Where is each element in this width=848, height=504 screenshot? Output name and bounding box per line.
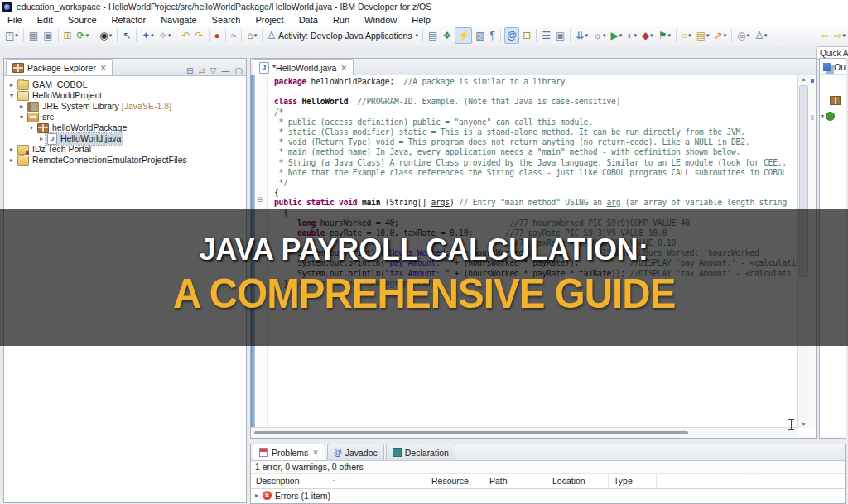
debug-tool-icon[interactable]: ☼▾	[591, 28, 608, 43]
tree-item-gam-cobol[interactable]: ▸GAM_COBOL	[4, 79, 246, 90]
minimize-icon[interactable]: —	[222, 66, 230, 75]
horizontal-scrollbar[interactable]	[251, 427, 797, 438]
menu-data[interactable]: Data	[292, 15, 325, 25]
menu-project[interactable]: Project	[248, 15, 291, 25]
chevron-right-icon[interactable]: ▸	[7, 155, 16, 166]
code-line[interactable]: * static (Class modifier) static = This …	[274, 127, 797, 137]
properties-icon[interactable]: ▣	[554, 28, 566, 43]
close-icon[interactable]: ✕	[100, 64, 107, 72]
tree-item-helloworld-java[interactable]: ▸JHelloWorld.java	[4, 133, 246, 144]
chevron-down-icon[interactable]: ▾	[151, 32, 154, 39]
transfer-icon[interactable]: ≈	[229, 28, 238, 43]
column-header-path[interactable]: Path	[484, 474, 547, 488]
tab-problems[interactable]: Problems✕	[253, 444, 325, 460]
code-line[interactable]: * main (method name) In Java, every appl…	[274, 147, 797, 157]
chevron-down-icon[interactable]: ▾	[764, 32, 768, 39]
chevron-down-icon[interactable]: ▾	[747, 32, 750, 39]
tree-item-idz-tech-portal[interactable]: ▸IDz Tech Portal	[4, 144, 246, 155]
code-line[interactable]: * Note that the Example class references…	[274, 168, 797, 178]
annotations-icon[interactable]: ◎▾	[735, 28, 751, 43]
tab-declaration[interactable]: Declaration	[386, 444, 455, 460]
activity-selector[interactable]: ♙Activity: Develop Java Applications▾	[267, 30, 418, 41]
back-icon[interactable]: ⇦	[818, 28, 830, 43]
chevron-down-icon[interactable]: ▾	[688, 32, 691, 39]
sort-down-icon[interactable]: ⇊▾	[574, 28, 590, 43]
menu-edit[interactable]: Edit	[30, 15, 60, 25]
highlight-icon[interactable]: ⚡	[455, 27, 472, 44]
menu-run[interactable]: Run	[325, 15, 357, 25]
chevron-down-icon[interactable]: ▾	[17, 112, 26, 122]
column-header-resource[interactable]: Resource	[426, 474, 484, 488]
code-line[interactable]	[274, 87, 797, 97]
code-line[interactable]: System.out.println("tax Amount: " + (hou…	[274, 269, 797, 279]
tab-helloworld-java[interactable]: J *HelloWorld.java ✕	[253, 59, 354, 75]
column-header-type[interactable]: Type	[609, 474, 657, 488]
snippets-icon[interactable]: ▤▾	[695, 28, 711, 43]
code-line[interactable]: package helloWorldPackage; //A package i…	[274, 77, 797, 87]
checklist-icon[interactable]: ☰	[540, 28, 552, 43]
fold-collapse-icon[interactable]: ⊖	[257, 195, 263, 204]
run-attach-icon[interactable]: ✧▾	[157, 28, 173, 43]
chevron-down-icon[interactable]: ▾	[585, 32, 588, 39]
outline-package-row[interactable]	[830, 94, 846, 108]
chevron-down-icon[interactable]: ▾	[619, 32, 623, 39]
task-list-icon[interactable]: ⊟	[521, 28, 532, 43]
scrollbar-thumb[interactable]	[254, 431, 688, 434]
column-header-location[interactable]: Location	[547, 474, 609, 488]
coverage-icon[interactable]: ◐▾	[625, 28, 638, 43]
tree-item-remoteconnectionemulatorprojectfiles[interactable]: ▸RemoteConnectionEmulatorProjectFiles	[4, 155, 246, 166]
new-wizard-icon[interactable]: ◳▾	[3, 28, 20, 43]
link-editor-icon[interactable]: ⇄	[198, 66, 205, 75]
annotation-marker[interactable]	[811, 115, 814, 120]
tree-item-src[interactable]: ▾src	[4, 112, 246, 122]
code-line[interactable]: * String (a Java Class) A runtime Class …	[274, 158, 797, 168]
tab-package-explorer[interactable]: Package Explorer ✕	[6, 59, 113, 75]
tree-item-helloworldpackage[interactable]: ▾helloWorldPackage	[4, 122, 246, 133]
debug-attach-icon[interactable]: ✦▾	[140, 28, 156, 43]
chevron-down-icon[interactable]: ▾	[27, 122, 36, 133]
remote-systems-icon[interactable]: @	[504, 27, 519, 44]
new-project-icon[interactable]: ⊞	[62, 28, 74, 43]
redo-icon[interactable]: ↷	[193, 28, 205, 43]
chevron-down-icon[interactable]: ▾	[603, 32, 606, 39]
chevron-down-icon[interactable]: ▾	[168, 32, 171, 39]
undo-icon[interactable]: ↶	[180, 28, 191, 43]
close-icon[interactable]: ✕	[340, 64, 347, 72]
run-icon[interactable]: ▶▾	[609, 28, 624, 43]
code-line[interactable]: double payRate = 10.0, taxRate = 0.10; /…	[274, 228, 797, 238]
perspective-icon[interactable]: ❖	[441, 28, 453, 43]
code-line[interactable]: System.out.println("pay Amount: " + (hou…	[274, 258, 797, 268]
code-line[interactable]: } //End of method (Paragraph Exit)	[274, 279, 797, 289]
scroll-down-icon[interactable]: ▼	[798, 421, 809, 427]
external-tools-icon[interactable]: ⚑▾	[657, 28, 672, 43]
menu-window[interactable]: Window	[357, 15, 404, 25]
code-line[interactable]: class HelloWorld //PROGRAM-ID. Example. …	[274, 97, 797, 107]
table-view-icon[interactable]: ▤	[426, 28, 439, 43]
menu-navigate[interactable]: Navigate	[153, 15, 204, 25]
profile-icon[interactable]: ◉▾	[98, 28, 113, 43]
code-line[interactable]: long hoursWorked = 40; //77 hoursWorked …	[274, 218, 797, 228]
chevron-right-icon[interactable]: ▸	[17, 101, 26, 112]
form-editor-icon[interactable]: ▧	[474, 28, 486, 43]
code-line[interactable]: //77 taxRate PIC S9(1)V99 VALUE 0.10	[274, 238, 797, 248]
chevron-right-icon[interactable]: ▸	[37, 133, 46, 144]
code-line[interactable]: System.out.println("Hours Worked: " + ho…	[274, 248, 797, 258]
chevron-right-icon[interactable]: ▸	[7, 79, 16, 90]
chevron-down-icon[interactable]: ▾	[634, 32, 637, 39]
close-icon[interactable]: ✕	[312, 449, 319, 457]
code-line[interactable]: /*	[274, 108, 797, 118]
problems-row-errors[interactable]: ▸✕Errors (1 item)	[251, 489, 845, 502]
chevron-down-icon[interactable]: ▾	[254, 32, 258, 39]
menu-refactor[interactable]: Refactor	[104, 15, 154, 25]
chevron-right-icon[interactable]: ▸	[251, 492, 263, 499]
save-icon[interactable]: ▦	[27, 28, 40, 43]
collapse-all-icon[interactable]: ⊟	[186, 66, 193, 75]
chevron-right-icon[interactable]: ▸	[7, 144, 16, 155]
scrollbar-thumb[interactable]	[799, 85, 808, 277]
menu-file[interactable]: File	[0, 15, 30, 25]
vertical-scrollbar[interactable]: ▲ ▼	[797, 75, 809, 428]
chevron-down-icon[interactable]: ▾	[86, 32, 89, 39]
code-line[interactable]: * void (Return Type) void = This program…	[274, 137, 797, 147]
code-line[interactable]: * public (access definition) public = "a…	[274, 118, 797, 127]
pilcrow-icon[interactable]: ¶	[489, 28, 497, 43]
